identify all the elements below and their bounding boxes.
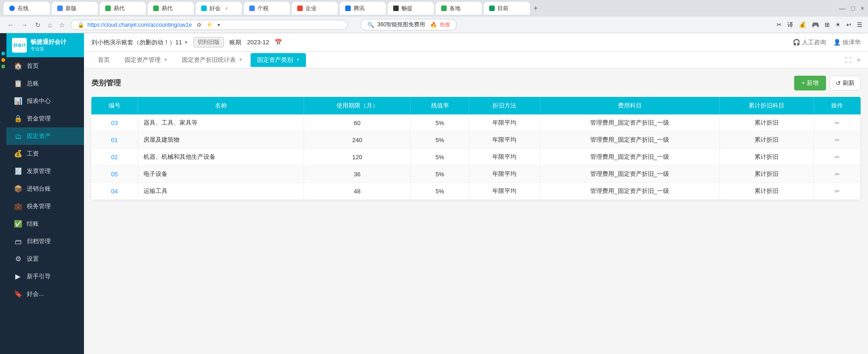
page-tab-depreciation-report-close[interactable]: ×	[239, 57, 242, 62]
game-icon[interactable]: 🎮	[812, 21, 819, 28]
add-tab-button[interactable]: +	[532, 4, 539, 12]
browser-tab-online[interactable]: 在线	[4, 2, 50, 15]
browser-tab-tengxun[interactable]: 腾讯	[340, 2, 386, 15]
cell-residual-1: 5%	[410, 132, 469, 149]
page-tab-asset-category-close[interactable]: ×	[297, 57, 299, 62]
sidebar-item-settings[interactable]: ⚙ 设置	[6, 250, 84, 268]
sidebar-item-salary-label: 工资	[27, 150, 39, 158]
sidebar-item-stock[interactable]: 📦 进销台账	[6, 180, 84, 198]
menu-icon[interactable]: ☰	[857, 21, 862, 28]
back-button[interactable]: ←	[6, 20, 16, 30]
sidebar-item-reports[interactable]: 📊 报表中心	[6, 92, 84, 110]
page-tab-home[interactable]: 首页	[91, 53, 116, 67]
page-tab-depreciation-report[interactable]: 固定资产折旧统计表 ×	[175, 53, 249, 67]
bookmark-button[interactable]: ☆	[57, 20, 67, 30]
edit-icon-2[interactable]: ✏	[835, 154, 840, 161]
browser-tab-haohuiji[interactable]: 好会 ×	[196, 2, 242, 15]
sidebar-item-home[interactable]: 🏠 首页	[6, 57, 84, 75]
browser-tab-qiye[interactable]: 企业	[292, 2, 338, 15]
cell-code-1: 01	[91, 132, 138, 149]
cell-action-4[interactable]: ✏	[814, 183, 861, 200]
cell-residual-4: 5%	[410, 183, 469, 200]
col-header-expense: 费用科目	[540, 97, 719, 114]
calendar-icon[interactable]: 📅	[275, 39, 282, 46]
cell-action-3[interactable]: ✏	[814, 166, 861, 183]
archive-menu-icon: 🗃	[14, 238, 22, 246]
page-tab-fixed-assets-mgmt-label: 固定资产管理	[125, 56, 161, 64]
refresh-data-button[interactable]: ↺ 刷新	[830, 76, 861, 90]
sidebar-item-invoice[interactable]: 🧾 发票管理	[6, 162, 84, 180]
cell-accum-1: 累计折旧	[719, 132, 814, 149]
address-input[interactable]: 🔒 https://cloud.chanjet.com/accounting/u…	[71, 20, 347, 30]
sidebar-item-salary[interactable]: 💰 工资	[6, 145, 84, 162]
help-button[interactable]: 🎧 人工咨询	[793, 38, 826, 47]
sidebar-item-tax[interactable]: 💼 税务管理	[6, 198, 84, 215]
sidebar-item-archive[interactable]: 🗃 归档管理	[6, 233, 84, 250]
user-name: 徐泽华	[843, 38, 861, 47]
search-bar[interactable]: 🔍 360智能抠图免费用 🔥 热搜	[360, 19, 456, 30]
cell-action-2[interactable]: ✏	[814, 149, 861, 166]
edit-icon-0[interactable]: ✏	[835, 120, 840, 126]
page-tab-fixed-assets-mgmt[interactable]: 固定资产管理 ×	[118, 53, 174, 67]
close-window-button[interactable]: ×	[861, 5, 864, 12]
guide-menu-icon: ▶	[14, 272, 22, 281]
sidebar-item-guide[interactable]: ▶ 新手引导	[6, 268, 84, 285]
sidebar-item-haohui[interactable]: 🔖 好会...	[6, 285, 84, 303]
cell-action-1[interactable]: ✏	[814, 132, 861, 149]
sidebar-item-funds[interactable]: 🔒 资金管理	[6, 110, 84, 127]
tab-close-haohuiji[interactable]: ×	[225, 6, 228, 11]
cell-accum-0: 累计折旧	[719, 114, 814, 132]
translate-icon[interactable]: 译	[787, 21, 793, 29]
sidebar-item-ledger[interactable]: 📋 总账	[6, 75, 84, 92]
page-tab-fixed-assets-mgmt-close[interactable]: ×	[164, 57, 167, 62]
minimize-button[interactable]: —	[839, 5, 845, 12]
page-tab-asset-category[interactable]: 固定资产类别 ×	[251, 53, 306, 67]
sidebar-item-fixed-assets[interactable]: 🗂 固定资产	[6, 127, 84, 145]
add-category-button[interactable]: + 新增	[794, 76, 826, 90]
maximize-button[interactable]: □	[851, 5, 855, 12]
cell-name-1: 房屋及建筑物	[138, 132, 304, 149]
scissors-icon[interactable]: ✂	[777, 21, 782, 28]
browser-tab-changte[interactable]: 畅提	[388, 2, 434, 15]
sidebar-item-home-label: 首页	[27, 62, 39, 70]
sidebar-item-close[interactable]: ✅ 结账	[6, 215, 84, 233]
edit-icon-1[interactable]: ✏	[835, 137, 840, 144]
cell-action-0[interactable]: ✏	[814, 114, 861, 132]
company-chevron-icon[interactable]: ▾	[185, 39, 188, 46]
tabs-expand-icon[interactable]: ⛶ ×	[845, 56, 861, 64]
browser-tab-gedi[interactable]: 各地	[436, 2, 482, 15]
forward-button[interactable]: →	[19, 20, 30, 30]
browser-tab-new[interactable]: 新版	[52, 2, 98, 15]
sidebar-item-funds-label: 资金管理	[27, 114, 51, 123]
edit-icon-4[interactable]: ✏	[835, 188, 840, 195]
tab-label-geshui: 个税	[257, 5, 269, 12]
undo-icon[interactable]: ↩	[846, 21, 851, 28]
col-header-method: 折旧方法	[469, 97, 540, 114]
tab-favicon-geshui	[249, 6, 255, 11]
tab-label-yidai1: 易代	[114, 5, 125, 12]
edit-icon-3[interactable]: ✏	[835, 171, 840, 178]
sun-icon[interactable]: ☀	[835, 21, 841, 28]
sidebar-item-stock-label: 进销台账	[27, 185, 51, 193]
refresh-button[interactable]: ↻	[33, 20, 42, 30]
cell-method-0: 年限平均	[469, 114, 540, 132]
browser-tab-geshui[interactable]: 个税	[244, 2, 290, 15]
cell-period-3: 36	[304, 166, 411, 183]
tab-favicon-online	[9, 6, 15, 11]
browser-tab-yidai2[interactable]: 易代	[148, 2, 194, 15]
company-name: 刘小艳演示账套（勿删勿动！）11	[91, 38, 182, 47]
headset-icon: 🎧	[793, 39, 800, 46]
switch-old-version-button[interactable]: 切到旧版	[193, 37, 224, 48]
user-info[interactable]: 👤 徐泽华	[833, 38, 861, 47]
tab-favicon-qiye	[297, 6, 303, 11]
search-placeholder: 360智能抠图免费用	[377, 21, 425, 29]
section-title: 类别管理	[91, 78, 121, 88]
grid-icon[interactable]: ⊞	[825, 21, 830, 28]
coin-icon[interactable]: 💰	[799, 21, 806, 28]
close-tab-icon[interactable]: ×	[857, 56, 861, 64]
settings-menu-icon: ⚙	[14, 255, 22, 263]
cell-code-2: 02	[91, 149, 138, 166]
browser-tab-muqian[interactable]: 目前	[484, 2, 530, 15]
home-button[interactable]: ⌂	[46, 20, 54, 30]
browser-tab-yidai1[interactable]: 易代	[100, 2, 146, 15]
